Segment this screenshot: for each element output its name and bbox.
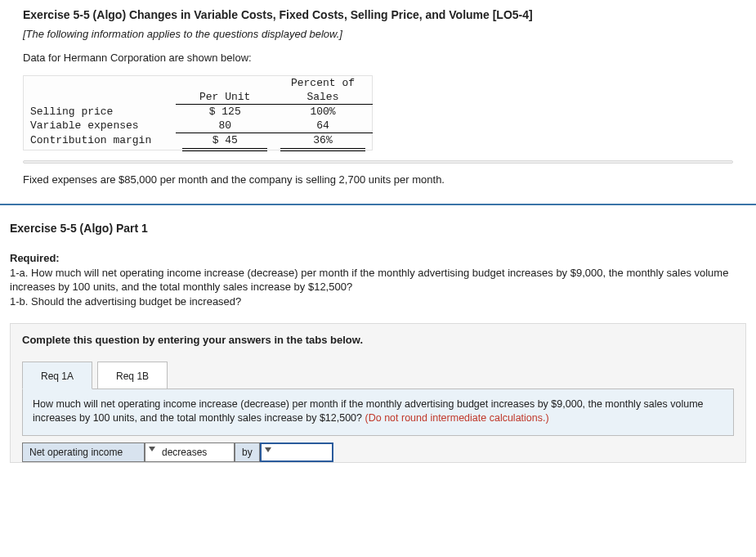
data-table: Percent of Per Unit Sales Selling price … xyxy=(23,75,373,150)
row-variable-label: Variable expenses xyxy=(24,119,177,133)
answer-direction-value: decreases xyxy=(162,447,207,458)
applies-note: [The following information applies to th… xyxy=(23,28,733,40)
double-rule-icon xyxy=(182,148,267,149)
exercise-info: Exercise 5-5 (Algo) Changes in Variable … xyxy=(0,0,756,205)
answer-direction-select[interactable]: decreases xyxy=(145,442,235,462)
row-margin-unit: $ 45 xyxy=(176,133,274,148)
answer-by-label: by xyxy=(235,442,260,462)
row-selling-pct: 100% xyxy=(274,105,372,119)
double-rule-icon xyxy=(280,148,365,149)
progress-bar xyxy=(23,160,733,164)
exercise-title: Exercise 5-5 (Algo) Changes in Variable … xyxy=(23,8,733,21)
row-margin-pct: 36% xyxy=(274,133,372,148)
header-per-unit: Per Unit xyxy=(176,90,274,105)
answer-label: Net operating income xyxy=(22,442,145,462)
tab-req-1b[interactable]: Req 1B xyxy=(97,362,168,389)
header-percent-of: Percent of xyxy=(274,76,372,91)
exercise-intro: Data for Hermann Corporation are shown b… xyxy=(23,52,733,64)
tab-body: How much will net operating income incre… xyxy=(22,389,734,436)
answer-amount-input[interactable] xyxy=(260,442,333,462)
answer-row: Net operating income decreases by xyxy=(22,442,734,462)
row-variable-unit: 80 xyxy=(176,119,274,133)
required-block: Required: 1-a. How much will net operati… xyxy=(0,240,756,317)
row-variable-pct: 64 xyxy=(274,119,372,133)
tabs: Req 1A Req 1B xyxy=(11,361,745,389)
tab-body-note: (Do not round intermediate calculations.… xyxy=(365,412,549,424)
answer-panel: Complete this question by entering your … xyxy=(10,323,746,463)
row-selling-unit: $ 125 xyxy=(176,105,274,119)
panel-instructions: Complete this question by entering your … xyxy=(11,324,745,361)
row-margin-label: Contribution margin xyxy=(24,133,177,148)
row-selling-label: Selling price xyxy=(24,105,177,119)
tab-req-1a[interactable]: Req 1A xyxy=(22,362,92,389)
header-sales: Sales xyxy=(274,90,372,105)
part-heading: Exercise 5-5 (Algo) Part 1 xyxy=(0,205,756,240)
question-1a: 1-a. How much will net operating income … xyxy=(10,266,746,294)
question-1b: 1-b. Should the advertising budget be in… xyxy=(10,294,746,309)
fixed-expenses-line: Fixed expenses are $85,000 per month and… xyxy=(23,173,733,186)
required-label: Required: xyxy=(10,251,746,266)
